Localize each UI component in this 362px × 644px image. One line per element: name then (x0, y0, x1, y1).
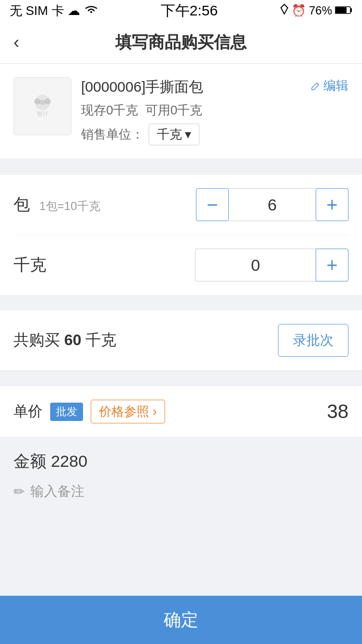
svg-point-6 (39, 100, 46, 105)
unit-select[interactable]: 千克 ▾ (149, 124, 199, 145)
alarm-icon: ⏰ (292, 4, 306, 17)
pack-qty-input[interactable] (229, 188, 316, 221)
product-name: [0000006]手撕面包 (81, 77, 203, 97)
nav-bar: ‹ 填写商品购买信息 (0, 21, 362, 64)
product-stock: 现存0千克 可用0千克 (81, 102, 348, 119)
svg-rect-2 (335, 7, 347, 13)
pack-section: 包 1包=10千克 − + 千克 + (0, 175, 362, 295)
amount-row: 金额 2280 (14, 450, 348, 473)
edit-button[interactable]: 编辑 (310, 77, 348, 94)
confirm-bar[interactable]: 确定 (0, 596, 362, 644)
product-section: 智计 [0000006]手撕面包 编辑 现存0千克 可用0千克 销售单位： 千克… (0, 64, 362, 159)
price-value: 38 (327, 401, 349, 422)
amount-section: 金额 2280 ✏ 输入备注 (0, 437, 362, 514)
product-info: [0000006]手撕面包 编辑 现存0千克 可用0千克 销售单位： 千克 ▾ (81, 77, 348, 145)
battery-icon (335, 4, 352, 17)
price-tag: 批发 (50, 403, 83, 421)
dropdown-icon: ▾ (185, 127, 191, 142)
price-section: 单价 批发 价格参照 › 38 (0, 386, 362, 437)
pack-minus-btn[interactable]: − (196, 188, 229, 221)
battery-percent: 76% (309, 4, 332, 17)
confirm-text: 确定 (164, 608, 198, 632)
status-bar: 无 SIM 卡 ☁ 下午2:56 ⏰ 76% (0, 0, 362, 21)
pack-plus-btn[interactable]: + (316, 188, 348, 221)
pack-label: 包 1包=10千克 (14, 194, 196, 216)
status-left: 无 SIM 卡 ☁ (10, 2, 98, 19)
kg-row: 千克 + (14, 235, 348, 295)
back-button[interactable]: ‹ (14, 32, 19, 53)
svg-text:智计: 智计 (37, 111, 48, 117)
kg-qty-control: + (195, 249, 348, 281)
sep1 (0, 159, 362, 167)
status-time: 下午2:56 (161, 1, 218, 21)
svg-rect-1 (350, 8, 352, 12)
price-ref-button[interactable]: 价格参照 › (91, 400, 165, 423)
pencil-icon: ✏ (14, 484, 25, 500)
wifi-icon (84, 3, 98, 18)
product-image: 智计 (14, 77, 71, 135)
sep2 (0, 295, 362, 303)
sim-label: 无 SIM 卡 ☁ (10, 2, 80, 19)
amount-value: 2280 (51, 452, 87, 470)
batch-button[interactable]: 录批次 (278, 324, 348, 357)
pack-sublabel: 1包=10千克 (39, 199, 100, 212)
kg-plus-btn[interactable]: + (316, 249, 348, 281)
pack-qty-control: − + (196, 188, 348, 221)
price-label: 单价 (14, 402, 42, 421)
note-placeholder: 输入备注 (30, 482, 84, 501)
kg-label: 千克 (14, 254, 195, 276)
product-unit-row: 销售单位： 千克 ▾ (81, 124, 348, 145)
location-icon (280, 4, 289, 17)
sep3 (0, 371, 362, 378)
pack-row: 包 1包=10千克 − + (14, 175, 348, 235)
total-section: 共购买 60 千克 录批次 (0, 310, 362, 371)
status-right: ⏰ 76% (280, 4, 352, 17)
note-row[interactable]: ✏ 输入备注 (14, 482, 348, 501)
total-text: 共购买 60 千克 (14, 330, 116, 351)
page-title: 填写商品购买信息 (115, 31, 247, 54)
kg-qty-input[interactable] (195, 249, 316, 281)
